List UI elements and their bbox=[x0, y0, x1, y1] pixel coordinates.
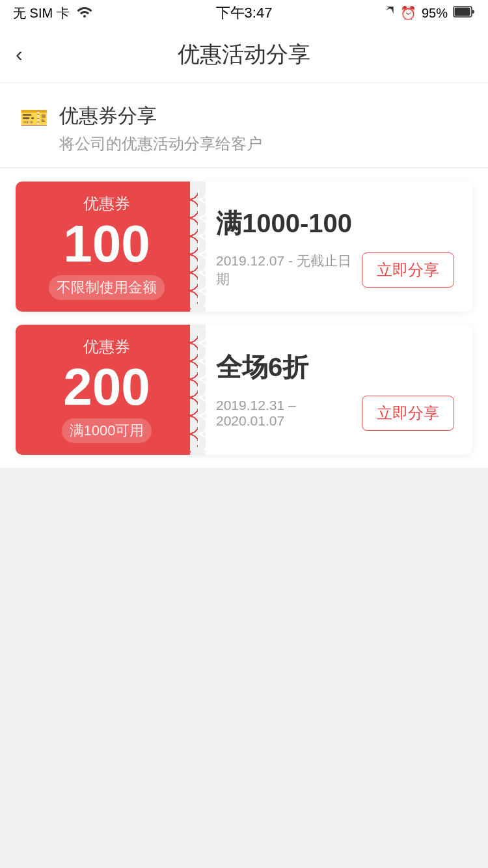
carrier-text: 无 SIM 卡 bbox=[13, 5, 70, 22]
section-subtitle: 将公司的优惠活动分享给客户 bbox=[59, 133, 262, 154]
coupon-card-1: 优惠券 100 不限制使用金额 满1000-100 2019.12.07 - 无… bbox=[16, 182, 472, 312]
coupon-list: 优惠券 100 不限制使用金额 满1000-100 2019.12.07 - 无… bbox=[0, 169, 488, 468]
battery-percent: 95% bbox=[422, 6, 448, 21]
back-button[interactable]: ‹ bbox=[16, 42, 23, 66]
coupon-date-2: 2019.12.31 – 2020.01.07 bbox=[216, 398, 362, 429]
section-header: 🎫 优惠券分享 将公司的优惠活动分享给客户 bbox=[0, 83, 488, 167]
coupon-condition-1: 不限制使用金额 bbox=[49, 275, 165, 300]
coupon-amount-1: 100 bbox=[63, 218, 150, 270]
location-icon bbox=[385, 5, 395, 21]
coupon-icon: 🎫 bbox=[20, 104, 49, 131]
coupon-name-1: 满1000-100 bbox=[216, 206, 454, 241]
section-title: 优惠券分享 bbox=[59, 103, 262, 129]
coupon-right-1: 满1000-100 2019.12.07 - 无截止日期 立即分享 bbox=[198, 182, 472, 312]
battery-icon bbox=[453, 6, 475, 21]
share-button-2[interactable]: 立即分享 bbox=[362, 396, 454, 431]
coupon-bottom-1: 2019.12.07 - 无截止日期 立即分享 bbox=[216, 252, 454, 288]
status-right: ⏰ 95% bbox=[385, 5, 475, 21]
coupon-left-2: 优惠券 200 满1000可用 bbox=[16, 325, 198, 455]
wifi-icon bbox=[76, 5, 93, 21]
status-bar: 无 SIM 卡 下午3:47 ⏰ 95% bbox=[0, 0, 488, 26]
coupon-label-1: 优惠券 bbox=[83, 193, 130, 214]
coupon-amount-2: 200 bbox=[63, 361, 150, 413]
status-left: 无 SIM 卡 bbox=[13, 5, 93, 22]
svg-rect-1 bbox=[455, 7, 470, 16]
coupon-label-2: 优惠券 bbox=[83, 336, 130, 357]
status-time: 下午3:47 bbox=[216, 3, 273, 23]
coupon-date-1: 2019.12.07 - 无截止日期 bbox=[216, 252, 362, 288]
nav-bar: ‹ 优惠活动分享 bbox=[0, 26, 488, 83]
page-title: 优惠活动分享 bbox=[178, 40, 310, 70]
coupon-left-1: 优惠券 100 不限制使用金额 bbox=[16, 182, 198, 312]
alarm-icon: ⏰ bbox=[400, 5, 416, 21]
coupon-card-2: 优惠券 200 满1000可用 全场6折 2019.12.31 – 2020.0… bbox=[16, 325, 472, 455]
coupon-name-2: 全场6折 bbox=[216, 349, 454, 385]
share-button-1[interactable]: 立即分享 bbox=[362, 252, 454, 288]
coupon-bottom-2: 2019.12.31 – 2020.01.07 立即分享 bbox=[216, 396, 454, 431]
coupon-right-2: 全场6折 2019.12.31 – 2020.01.07 立即分享 bbox=[198, 325, 472, 455]
bottom-area bbox=[0, 468, 488, 858]
section-text: 优惠券分享 将公司的优惠活动分享给客户 bbox=[59, 103, 262, 154]
coupon-condition-2: 满1000可用 bbox=[62, 418, 152, 443]
